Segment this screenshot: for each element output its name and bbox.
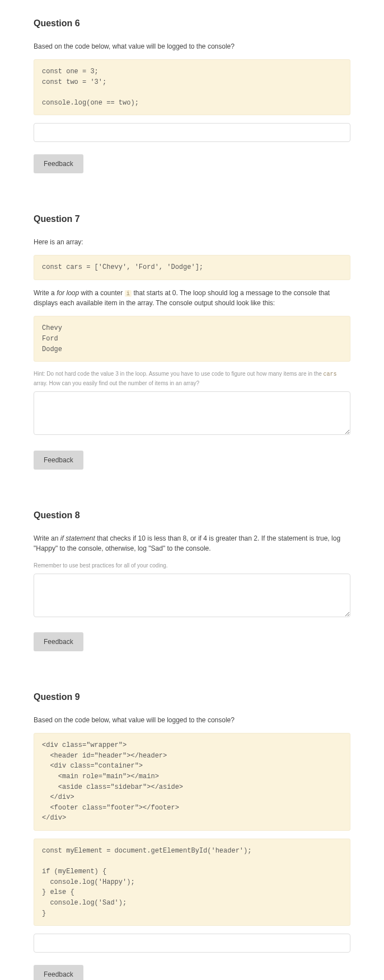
question-9-title: Question 9 <box>34 690 350 704</box>
question-8: Question 8 Write an if statement that ch… <box>34 509 350 652</box>
q8-prompt-em: if statement <box>60 534 95 542</box>
question-7-answer-textarea[interactable] <box>34 391 350 435</box>
question-9: Question 9 Based on the code below, what… <box>34 690 350 980</box>
question-7-title: Question 7 <box>34 212 350 226</box>
question-6-code: const one = 3; const two = '3'; console.… <box>34 59 350 115</box>
question-9-prompt: Based on the code below, what value will… <box>34 715 350 725</box>
q7-prompt-em1: for loop <box>57 289 79 297</box>
q7-hint-pre: Hint: Do not hard code the value 3 in th… <box>34 371 324 377</box>
question-9-code2: const myElement = document.getElementByI… <box>34 839 350 926</box>
question-6: Question 6 Based on the code below, what… <box>34 17 350 173</box>
question-8-prompt: Write an if statement that checks if 10 … <box>34 533 350 553</box>
q7-prompt-mid1: with a counter <box>79 289 124 297</box>
q8-prompt-pre: Write an <box>34 534 60 542</box>
question-6-prompt: Based on the code below, what value will… <box>34 41 350 51</box>
q7-hint-post: array. How can you easily find out the n… <box>34 380 199 386</box>
question-8-answer-textarea[interactable] <box>34 574 350 617</box>
q7-hint-mono: cars <box>324 371 337 377</box>
question-7-feedback-button[interactable]: Feedback <box>34 451 83 470</box>
question-8-title: Question 8 <box>34 509 350 522</box>
question-9-feedback-button[interactable]: Feedback <box>34 965 83 980</box>
q7-prompt-mono: i <box>125 290 132 297</box>
question-7: Question 7 Here is an array: const cars … <box>34 212 350 469</box>
question-9-answer-input[interactable] <box>34 934 350 953</box>
question-7-code2: Chevy Ford Dodge <box>34 316 350 362</box>
q7-prompt-pre: Write a <box>34 289 57 297</box>
question-8-hint: Remember to use best practices for all o… <box>34 561 350 570</box>
question-6-title: Question 6 <box>34 17 350 30</box>
question-7-hint: Hint: Do not hard code the value 3 in th… <box>34 370 350 388</box>
question-9-code1: <div class="wrapper"> <header id="header… <box>34 733 350 831</box>
question-8-feedback-button[interactable]: Feedback <box>34 632 83 651</box>
question-7-intro: Here is an array: <box>34 237 350 247</box>
question-6-answer-input[interactable] <box>34 123 350 142</box>
question-7-code1: const cars = ['Chevy', 'Ford', 'Dodge']; <box>34 255 350 280</box>
question-7-prompt: Write a for loop with a counter i that s… <box>34 288 350 309</box>
question-6-feedback-button[interactable]: Feedback <box>34 154 83 173</box>
